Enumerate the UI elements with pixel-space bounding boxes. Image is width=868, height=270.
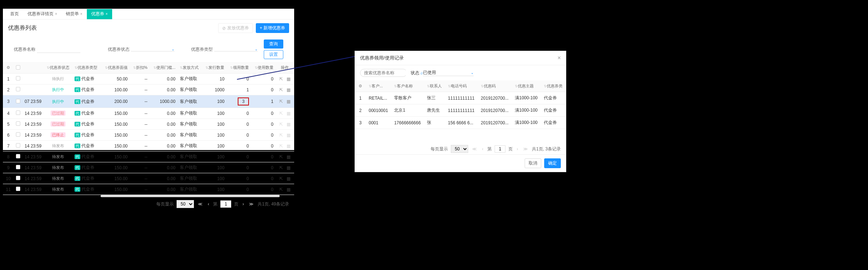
share-icon[interactable]: ⇱ [279, 133, 283, 138]
dlg-status-select[interactable]: 已使用 ⌄ [423, 70, 474, 76]
row-claim-qty[interactable]: 0 [226, 119, 251, 130]
sort-icon[interactable]: ⇅ [255, 66, 257, 70]
row-claim-qty[interactable]: 1 [226, 84, 251, 95]
dlg-perpage-select[interactable]: 50 [451, 145, 468, 153]
table-row[interactable]: 1 RETAIL... 零散客户 张三 11111111111 20191207… [355, 92, 566, 104]
table-row[interactable]: 1 待执行 代代金券 50.00 -- 0.00 客户领取 10 0 0 ⇱ ▦ [3, 74, 294, 84]
row-claim-qty[interactable]: 0 [226, 151, 251, 162]
share-icon[interactable]: ⇱ [279, 76, 283, 82]
sort-icon[interactable]: ⇅ [448, 84, 450, 88]
sort-icon[interactable]: ⇅ [47, 66, 49, 70]
row-claim-qty[interactable]: 0 [226, 162, 251, 173]
row-claim-qty[interactable]: 0 [226, 173, 251, 184]
table-row[interactable]: 8 14 23:59 待发布 代代金券 150.00 -- 0.00 客户领取 … [3, 151, 294, 162]
qrcode-icon[interactable]: ▦ [287, 76, 291, 82]
table-row[interactable]: 10 14 23:59 待发布 代代金券 150.00 -- 0.00 客户领取… [3, 173, 294, 184]
table-row[interactable]: 2 00010001 北京1 唐先生 11111111111 201912070… [355, 104, 566, 117]
issue-coupon-button[interactable]: ⊘ 发放优惠券 [218, 23, 253, 33]
qrcode-icon[interactable]: ▦ [287, 99, 291, 104]
row-checkbox[interactable] [16, 132, 20, 137]
table-row[interactable]: 11 14 23:59 待发布 代代金券 150.00 -- 0.00 客户领取… [3, 184, 294, 195]
tab-coupon[interactable]: 优惠券× [87, 9, 112, 19]
page-prev-icon[interactable]: ‹ [481, 146, 484, 151]
close-icon[interactable]: × [558, 55, 561, 61]
qrcode-icon[interactable]: ▦ [287, 144, 291, 149]
page-first-icon[interactable]: ≪ [197, 202, 204, 207]
page-last-icon[interactable]: ≫ [248, 202, 255, 207]
sort-icon[interactable]: ⇅ [105, 66, 107, 70]
table-row[interactable]: 6 14 23:59 已终止 代代金券 150.00 -- 0.00 客户领取 … [3, 130, 294, 141]
perpage-select[interactable]: 50 [177, 200, 194, 208]
table-row[interactable]: 2 执行中 代代金券 100.00 -- 0.00 客户领取 1000 1 0 … [3, 84, 294, 95]
table-row[interactable]: 7 14 23:59 待发布 代代金券 150.00 -- 0.00 客户领取 … [3, 141, 294, 151]
dlg-page-input[interactable] [495, 145, 505, 153]
sort-icon[interactable]: ⇅ [394, 84, 396, 88]
tab-sales[interactable]: 销货单× [62, 9, 87, 19]
filter-status-select[interactable]: ⌄ [131, 47, 174, 51]
sort-icon[interactable]: ⇅ [369, 84, 371, 88]
row-claim-qty[interactable]: 0 [226, 130, 251, 141]
table-row[interactable]: 3 0001 17666666666 张 156 6666 6... 20191… [355, 117, 566, 129]
qrcode-icon[interactable]: ▦ [287, 122, 291, 127]
sort-icon[interactable]: ⇅ [427, 84, 429, 88]
qrcode-icon[interactable]: ▦ [287, 111, 291, 116]
table-row[interactable]: 9 14 23:59 待发布 代代金券 150.00 -- 0.00 客户领取 … [3, 162, 294, 173]
gear-icon[interactable]: ⚙ [359, 84, 362, 88]
qrcode-icon[interactable]: ▦ [287, 165, 291, 170]
page-next-icon[interactable]: › [516, 146, 519, 151]
row-checkbox[interactable] [16, 143, 20, 148]
page-next-icon[interactable]: › [241, 202, 245, 207]
qrcode-icon[interactable]: ▦ [287, 133, 291, 138]
tab-detail[interactable]: 优惠券详情页× [23, 9, 62, 19]
row-checkbox[interactable] [16, 187, 20, 191]
row-checkbox[interactable] [16, 154, 20, 158]
table-row[interactable]: 5 14 23:59 已过期 代代金券 150.00 -- 0.00 客户领取 … [3, 119, 294, 130]
filter-type-select[interactable]: ⌄ [214, 47, 258, 51]
qrcode-icon[interactable]: ▦ [287, 87, 291, 92]
share-icon[interactable]: ⇱ [279, 122, 283, 127]
sort-icon[interactable]: ⇅ [206, 66, 208, 70]
row-checkbox[interactable] [16, 121, 20, 126]
close-icon[interactable]: × [80, 12, 82, 16]
row-checkbox[interactable] [16, 111, 20, 115]
close-icon[interactable]: × [55, 12, 57, 16]
row-claim-qty[interactable]: 0 [226, 141, 251, 151]
table-row[interactable]: 4 14 23:59 已过期 代代金券 150.00 -- 0.00 客户领取 … [3, 108, 294, 119]
share-icon[interactable]: ⇱ [279, 187, 283, 192]
tab-home[interactable]: 首页 [6, 9, 23, 19]
sort-icon[interactable]: ⇅ [515, 84, 517, 88]
qrcode-icon[interactable]: ▦ [287, 187, 291, 192]
share-icon[interactable]: ⇱ [279, 144, 283, 149]
qrcode-icon[interactable]: ▦ [287, 154, 291, 159]
page-last-icon[interactable]: ≫ [522, 146, 529, 151]
sort-icon[interactable]: ⇅ [153, 66, 156, 70]
share-icon[interactable]: ⇱ [279, 99, 283, 104]
sort-icon[interactable]: ⇅ [230, 66, 232, 70]
search-icon[interactable]: ⌕ [420, 70, 423, 75]
sort-icon[interactable]: ⇅ [133, 66, 135, 70]
share-icon[interactable]: ⇱ [279, 111, 283, 116]
row-claim-qty[interactable]: 0 [226, 108, 251, 119]
select-all-checkbox[interactable] [16, 65, 20, 70]
close-icon[interactable]: × [106, 12, 108, 16]
row-checkbox[interactable] [16, 176, 20, 180]
table-row[interactable]: 3 07 23:59 执行中 代代金券 200.00 -- 1000.00 客户… [3, 95, 294, 108]
sort-icon[interactable]: ⇅ [75, 66, 77, 70]
row-checkbox[interactable] [16, 99, 20, 103]
filter-name-input[interactable] [37, 46, 80, 53]
query-button[interactable]: 查询 [264, 40, 283, 49]
row-checkbox[interactable] [16, 76, 20, 80]
row-claim-qty[interactable]: 3 [226, 95, 251, 108]
gear-icon[interactable]: ⚙ [7, 65, 10, 70]
add-coupon-button[interactable]: + 新增优惠券 [256, 23, 289, 33]
qrcode-icon[interactable]: ▦ [287, 176, 291, 181]
ok-button[interactable]: 确定 [544, 158, 561, 168]
row-checkbox[interactable] [16, 165, 20, 169]
search-input[interactable] [364, 70, 418, 75]
sort-icon[interactable]: ⇅ [481, 84, 483, 88]
share-icon[interactable]: ⇱ [279, 154, 283, 159]
page-first-icon[interactable]: ≪ [471, 146, 478, 151]
cancel-button[interactable]: 取消 [525, 158, 541, 168]
row-claim-qty[interactable]: 0 [226, 184, 251, 195]
settings-button[interactable]: 设置 [264, 50, 283, 59]
